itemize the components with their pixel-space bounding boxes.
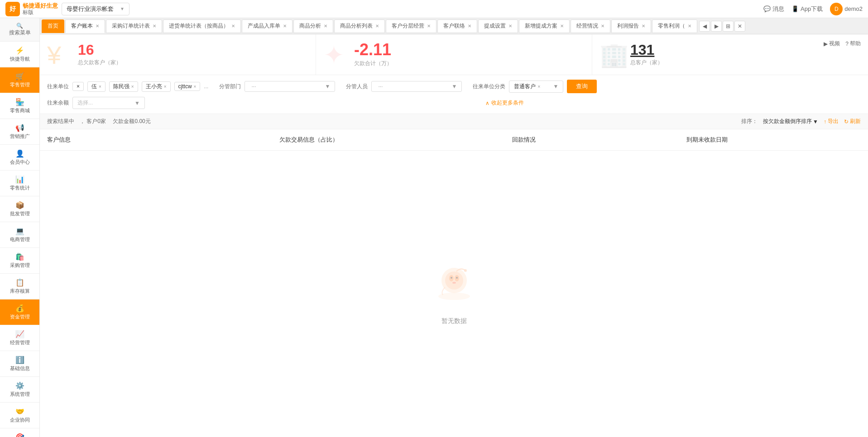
tab-goods-analysis[interactable]: 商品分析 ✕ [293,19,333,33]
tab-close-icon[interactable]: ✕ [283,24,287,28]
sidebar-item-search-menu[interactable]: 🔍 搜索菜单 [0,18,39,42]
person-select[interactable]: ··· ▼ [371,81,462,92]
tab-new-improve[interactable]: 新增提成方案 ✕ [519,19,570,33]
tag-close-icon[interactable]: × [194,84,197,89]
app-download-button[interactable]: 📱 App下载 [791,5,823,13]
video-link[interactable]: ▶ 视频 [824,40,840,48]
person-label: 分管人员 [346,83,368,90]
top-bar-left: 好 畅捷通好生意 标版 母婴行业演示帐套 ▼ [5,2,129,16]
svg-point-6 [456,277,458,279]
tab-customer-segment[interactable]: 客户分层经营 ✕ [386,19,436,33]
ecommerce-icon: 💻 [4,227,36,235]
page-content: ¥ 16 总欠款客户（家） ✦ -2.11 欠款合计（万） 🏢 [40,34,868,437]
filter-tag-unit-x[interactable]: × [72,82,84,91]
sidebar-item-purchase[interactable]: 🛍️ 采购管理 [0,248,39,274]
store-selector[interactable]: 母婴行业演示帐套 ▼ [62,3,129,15]
result-row: 搜索结果中， 客户0家 欠款金额0.00元 排序： 按欠款金额倒序排序 ▼ ↑ … [40,114,868,129]
filter-tag-wu[interactable]: 伍 × [87,81,106,92]
sidebar-item-inventory[interactable]: 📋 库存核算 [0,274,39,299]
tab-close-icon[interactable]: ✕ [231,24,235,28]
stats-icon: 📊 [4,175,36,184]
filter-tag-cjttcw[interactable]: cjttcw × [174,82,201,91]
empty-illustration [432,262,477,312]
tag-close-icon[interactable]: × [99,84,101,89]
table-header: 客户信息 欠款交易信息（占比） 回款情况 到期未收款日期 [40,129,868,151]
tab-close-icon[interactable]: ✕ [560,24,564,28]
collapse-btn-area: ∧ 收起更多条件 [149,97,861,109]
svg-point-7 [452,282,456,284]
filter-more-tags[interactable]: ... [204,83,208,90]
tab-operation-status[interactable]: 经营情况 ✕ [571,19,610,33]
help-icon: ? [845,41,849,47]
tab-expand[interactable]: ⊞ [723,21,734,32]
message-button[interactable]: 💬 消息 [763,5,784,13]
tab-scroll-left[interactable]: ◀ [699,21,710,32]
tab-close-icon[interactable]: ✕ [153,24,156,28]
tab-scroll-right[interactable]: ▶ [711,21,722,32]
tab-home[interactable]: 首页 [42,19,64,33]
filter-row-2: 往来余额 选择... ▼ ∧ 收起更多条件 [47,97,861,109]
tab-retail-profit[interactable]: 零售利润（ ✕ [652,19,697,33]
person-dots-icon: ··· [378,83,383,90]
sidebar-item-operation[interactable]: 📈 经营管理 [0,325,39,351]
app-icon: 📱 [791,5,799,12]
stat-bg-icon-debt: ✦ [323,40,345,69]
unit-type-arrow-icon: ▼ [553,83,559,90]
filter-tag-wang[interactable]: 王小亮 × [142,81,171,92]
user-avatar[interactable]: D demo2 [830,3,863,15]
collapse-button[interactable]: ∧ 收起更多条件 [480,97,529,109]
tab-close-icon[interactable]: ✕ [601,24,604,28]
tag-close-icon[interactable]: × [164,84,167,89]
tab-close-icon[interactable]: ✕ [375,24,379,28]
sidebar-item-retail-stats[interactable]: 📊 零售统计 [0,171,39,196]
tag-close-icon[interactable]: × [131,84,134,89]
tab-purchase-order[interactable]: 采购订单统计表 ✕ [106,19,162,33]
sidebar-item-marketing[interactable]: 📢 营销推广 [0,119,39,145]
sidebar-item-retail-mall[interactable]: 🏪 零售商城 [0,93,39,119]
export-button[interactable]: ↑ 导出 [824,118,839,125]
sidebar-item-basic-info[interactable]: ℹ️ 基础信息 [0,351,39,377]
tab-close-icon[interactable]: ✕ [96,24,99,28]
logo-area: 好 畅捷通好生意 标版 [5,2,58,16]
tab-close-all[interactable]: ✕ [734,21,745,32]
sidebar-item-finance[interactable]: 💰 资金管理 [0,299,39,325]
unit-type-select[interactable]: 普通客户 × ▼ [509,81,563,93]
sidebar-item-ecommerce[interactable]: 💻 电商管理 [0,222,39,248]
tab-goods-analysis-list[interactable]: 商品分析列表 ✕ [334,19,385,33]
dept-label: 分管部门 [219,83,241,90]
tab-customer-account[interactable]: 客户账本 ✕ [65,19,105,33]
video-icon: ▶ [824,41,828,47]
tab-close-icon[interactable]: ✕ [468,24,471,28]
tab-inbound-stats[interactable]: 进货单统计表（按商品） ✕ [163,19,241,33]
tab-close-icon[interactable]: ✕ [642,24,645,28]
empty-state: 暂无数据 [40,151,868,437]
inventory-icon: 📋 [4,278,36,287]
sidebar-item-wholesale[interactable]: 📦 批发管理 [0,196,39,222]
tab-close-icon[interactable]: ✕ [324,24,327,28]
sidebar-item-retail-mgmt[interactable]: 🛒 零售管理 [0,67,39,93]
help-link[interactable]: ? 帮助 [845,40,861,48]
query-button[interactable]: 查询 [567,80,597,93]
tab-cost-inbound[interactable]: 产成品入库单 ✕ [242,19,293,33]
main-layout: 🔍 搜索菜单 ⚡ 快捷导航 🛒 零售管理 🏪 零售商城 📢 营销推广 👤 会员中… [0,18,868,437]
sidebar-item-new-guide[interactable]: 🎯 新手引导 [0,428,39,437]
filter-tag-chen[interactable]: 陈民强 × [109,81,138,92]
table-col-customer: 客户信息 [47,134,279,146]
tab-profit-report[interactable]: 利润报告 ✕ [611,19,651,33]
tab-improve-settings[interactable]: 提成设置 ✕ [478,19,518,33]
tab-customer-contact[interactable]: 客户联络 ✕ [437,19,477,33]
balance-select[interactable]: 选择... ▼ [72,97,145,109]
refresh-button[interactable]: ↻ 刷新 [844,118,861,125]
sidebar-item-member[interactable]: 👤 会员中心 [0,145,39,171]
unit-type-tag-close[interactable]: × [537,84,540,89]
sort-select[interactable]: 按欠款金额倒序排序 ▼ [763,118,818,125]
stat-label-clients: 总客户（家） [630,59,663,66]
tab-close-icon[interactable]: ✕ [508,24,512,28]
sidebar-item-system[interactable]: ⚙️ 系统管理 [0,377,39,403]
tab-close-icon[interactable]: ✕ [427,24,431,28]
sidebar-item-enterprise[interactable]: 🤝 企业协同 [0,403,39,428]
tab-close-icon[interactable]: ✕ [688,24,691,28]
filter-area: 往来单位 × 伍 × 陈民强 × 王小亮 × [40,75,868,114]
sidebar-item-quick-nav[interactable]: ⚡ 快捷导航 [0,42,39,67]
dept-select[interactable]: ··· ▼ [245,81,335,92]
